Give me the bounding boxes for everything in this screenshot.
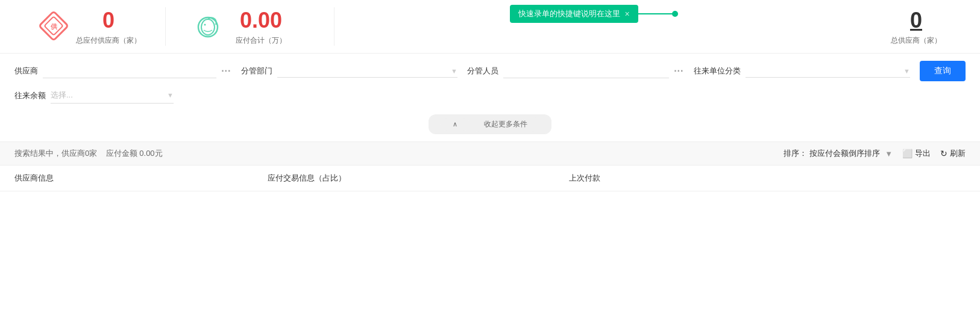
total-payable-suppliers-label: 总应付供应商（家） [76, 36, 141, 46]
tooltip-close-button[interactable]: × [625, 9, 630, 19]
refresh-label: 刷新 [950, 148, 966, 159]
filter-dept: 分管部门 ▼ [241, 65, 468, 78]
unit-class-select[interactable]: ▼ [746, 65, 911, 78]
quick-shortcut-tooltip: 快速录单的快捷键说明在这里 × [510, 5, 638, 23]
query-button[interactable]: 查询 [920, 61, 966, 81]
table-header: 供应商信息 应付交易信息（占比） 上次付款 [0, 166, 980, 191]
piggy-bank-icon [190, 8, 226, 45]
summary-item-payable-suppliers: 供 0 总应付供应商（家） [14, 7, 166, 46]
summary-bar: 供 0 总应付供应商（家） 0.00 应付合计（万） 快速录单的快捷键说明在这里 [0, 0, 980, 54]
results-actions: 排序： 按应付会额倒序排序 ▼ ⬜ 导出 ↻ 刷新 [784, 148, 966, 159]
sort-value: 按应付会额倒序排序 [809, 148, 880, 159]
collapse-icon: ∧ [441, 118, 470, 131]
person-input[interactable] [503, 64, 669, 78]
filter-balance: 往来余额 选择... ▼ [14, 87, 183, 104]
sort-chevron-icon: ▼ [885, 149, 893, 158]
unit-class-label: 往来单位分类 [694, 66, 741, 76]
dept-select[interactable]: ▼ [277, 65, 458, 78]
results-summary: 搜索结果中，供应商0家 应付金额 0.00元 [14, 148, 163, 159]
svg-text:供: 供 [50, 23, 58, 30]
table-col-payable-info: 应付交易信息（占比） [268, 173, 569, 184]
payable-total-label: 应付合计（万） [236, 36, 286, 46]
summary-item-payable-total: 0.00 应付合计（万） [166, 7, 335, 46]
filter-section: 供应商 ··· 分管部门 ▼ 分管人员 ··· 往来单位分类 ▼ [0, 54, 980, 142]
total-payable-suppliers-number: 0 [102, 7, 115, 33]
filter-person: 分管人员 ··· [467, 64, 694, 78]
filter-row-1: 供应商 ··· 分管部门 ▼ 分管人员 ··· 往来单位分类 ▼ [14, 61, 966, 81]
person-more-icon[interactable]: ··· [674, 66, 683, 76]
balance-placeholder: 选择... [51, 90, 167, 101]
svg-point-5 [204, 23, 206, 25]
dept-chevron-icon: ▼ [451, 67, 457, 75]
export-label: 导出 [915, 148, 931, 159]
results-amount-text: 应付金额 0.00元 [106, 149, 163, 158]
total-suppliers-label: 总供应商（家） [891, 36, 941, 46]
balance-label: 往来余额 [14, 90, 46, 101]
person-label: 分管人员 [467, 66, 498, 76]
refresh-icon: ↻ [940, 149, 947, 158]
results-suppliers-text: 搜索结果中，供应商0家 [14, 149, 97, 158]
dept-label: 分管部门 [241, 66, 272, 76]
diamond-logo-icon: 供 [39, 11, 69, 43]
filter-unit-class: 往来单位分类 ▼ [694, 65, 920, 78]
export-button[interactable]: ⬜ 导出 [902, 148, 931, 159]
export-icon: ⬜ [902, 149, 912, 158]
table-col-supplier-info: 供应商信息 [14, 173, 268, 184]
filter-supplier: 供应商 ··· [14, 64, 241, 78]
total-suppliers-number: 0 [910, 7, 922, 33]
collapse-text: 收起更多条件 [472, 117, 539, 132]
sort-select[interactable]: 排序： 按应付会额倒序排序 ▼ [784, 148, 893, 159]
tooltip-dot-icon [672, 11, 678, 17]
supplier-more-icon[interactable]: ··· [221, 66, 231, 76]
summary-item-total-suppliers: 0 总供应商（家） [843, 7, 966, 46]
sort-label: 排序： [784, 148, 807, 159]
svg-point-4 [201, 19, 215, 35]
results-bar: 搜索结果中，供应商0家 应付金额 0.00元 排序： 按应付会额倒序排序 ▼ ⬜… [0, 142, 980, 166]
unit-class-chevron-icon: ▼ [903, 67, 910, 75]
collapse-bar[interactable]: ∧ 收起更多条件 [14, 110, 966, 141]
filter-row-2: 往来余额 选择... ▼ [14, 87, 966, 104]
refresh-button[interactable]: ↻ 刷新 [940, 148, 966, 159]
supplier-label: 供应商 [14, 66, 38, 76]
balance-chevron-icon: ▼ [167, 91, 174, 99]
table-body [0, 191, 980, 310]
payable-total-number: 0.00 [240, 7, 282, 33]
supplier-input[interactable] [43, 64, 216, 78]
tooltip-text: 快速录单的快捷键说明在这里 [518, 8, 620, 19]
table-col-last-payment: 上次付款 [569, 173, 966, 184]
balance-select[interactable]: 选择... ▼ [51, 87, 174, 104]
